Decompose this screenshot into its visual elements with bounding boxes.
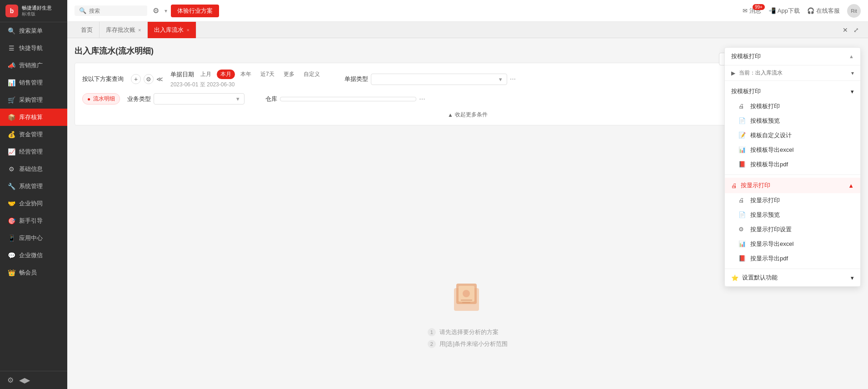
sidebar-item-purchase[interactable]: 🛒 采购管理 [0, 91, 67, 109]
display-preview-icon: 📄 [738, 211, 746, 219]
dropdown-item-template-excel[interactable]: 📊 按模板导出excel [725, 143, 860, 157]
sidebar-item-member[interactable]: 👑 畅会员 [0, 264, 67, 281]
dropdown-item-template-print[interactable]: 🖨 按模板打印 [725, 99, 860, 114]
dropdown-item-template-preview[interactable]: 📄 按模板预览 [725, 114, 860, 128]
warehouse-label: 仓库 [265, 95, 277, 103]
search-box[interactable]: 🔍 [75, 5, 147, 16]
page-content: 出入库流水(流水明细) 🖨 按模板打印 ▲ ··· ↗ 导出 ↻ 刷新 [67, 38, 868, 389]
warehouse-select[interactable] [280, 97, 416, 101]
sidebar-item-collab[interactable]: 🤝 企业协同 [0, 195, 67, 212]
app-download-area[interactable]: 📲 App下载 [768, 7, 800, 15]
date-btn-last-month[interactable]: 上月 [197, 70, 215, 79]
dropdown-up-arrow-icon[interactable]: ▲ [849, 54, 854, 59]
filter-tag-label: 流水明细 [93, 95, 115, 103]
sidebar-item-basic[interactable]: ⚙ 基础信息 [0, 160, 67, 178]
template-preview-label: 按模板预览 [750, 117, 780, 125]
sidebar-item-wechat[interactable]: 💬 企业微信 [0, 247, 67, 264]
user-avatar[interactable]: Rit [847, 4, 861, 18]
basic-icon: ⚙ [7, 165, 15, 173]
date-btn-this-month[interactable]: 本月 [217, 70, 235, 79]
online-service-area[interactable]: 🎧 在线客服 [807, 7, 840, 15]
collab-icon: 🤝 [7, 200, 15, 207]
dropdown-item-display-pdf[interactable]: 📕 按显示导出pdf [725, 251, 860, 266]
search-icon: 🔍 [79, 7, 86, 14]
date-range-display: 2023-06-01 至 2023-06-30 [170, 81, 324, 89]
industry-solution-button[interactable]: 体验行业方案 [171, 5, 219, 17]
dropdown-item-display-print[interactable]: 🖨 按显示打印 [725, 193, 860, 208]
tab-inout-flow-close-icon[interactable]: × [186, 27, 189, 33]
step-1-num: 1 [428, 328, 436, 336]
collapse-more-label: 收起更多条件 [455, 111, 488, 119]
filter-add-button[interactable]: + [131, 74, 141, 84]
message-badge-area[interactable]: ✉ 消息 99+ [743, 7, 761, 15]
sidebar-item-appstore[interactable]: 📱 应用中心 [0, 229, 67, 247]
dropdown-section-display: 🖨 按显示打印 ▲ 🖨 按显示打印 📄 按显示预览 ⚙ 按显示打印设置 [725, 175, 860, 269]
tabs-bar: 首页 库存批次账 × 出入库流水 × ✕ ⤢ [67, 22, 868, 38]
app-download-label: App下载 [778, 7, 800, 15]
filter-gear-button[interactable]: ⚙ [144, 74, 154, 84]
date-btn-this-year[interactable]: 本年 [237, 70, 255, 79]
tab-close-all-icon[interactable]: ✕ [841, 25, 850, 35]
collapse-sidebar-icon[interactable]: ◀▶ [19, 376, 30, 384]
sidebar-item-guide[interactable]: 🎯 新手引导 [0, 212, 67, 229]
tab-inventory-batch-close-icon[interactable]: × [138, 27, 141, 33]
display-print-icon: 🖨 [738, 197, 746, 204]
tab-home-label: 首页 [81, 26, 93, 34]
date-btn-custom[interactable]: 自定义 [300, 70, 324, 79]
sidebar-item-business[interactable]: 📈 经营管理 [0, 143, 67, 160]
empty-steps: 1 请先选择要分析的方案 2 用[选]条件来缩小分析范围 [428, 326, 508, 350]
date-filter: 单据日期 上月 本月 本年 近7天 更多 自定义 2023-06-01 至 20… [170, 70, 324, 89]
sidebar-label-wechat: 企业微信 [19, 251, 43, 259]
sidebar-item-sales[interactable]: 📊 销售管理 [0, 74, 67, 91]
topbar-settings-icon[interactable]: ⚙ [151, 5, 161, 17]
sidebar-label-finance: 资金管理 [19, 130, 43, 139]
tab-home[interactable]: 首页 [75, 22, 100, 38]
sidebar-item-search-menu[interactable]: 🔍 搜索菜单 [0, 22, 67, 40]
dropdown-footer-label: 设置默认功能 [742, 274, 851, 282]
date-btn-more[interactable]: 更多 [280, 70, 298, 79]
date-btn-last-7-days[interactable]: 近7天 [257, 70, 278, 79]
doc-type-select[interactable]: ▾ [371, 74, 507, 85]
tab-inventory-batch[interactable]: 库存批次账 × [100, 22, 148, 38]
tab-inout-flow[interactable]: 出入库流水 × [148, 22, 196, 38]
filter-tag-dot-icon: ● [87, 96, 90, 102]
dropdown-display-section-title[interactable]: 🖨 按显示打印 ▲ [725, 178, 860, 193]
display-pdf-icon: 📕 [738, 255, 746, 262]
sidebar-label-quick-nav: 快捷导航 [19, 44, 43, 52]
settings-icon[interactable]: ⚙ [7, 376, 14, 384]
sidebar-item-inventory[interactable]: 📦 库存核算 [0, 109, 67, 126]
dropdown-item-template-design[interactable]: 📝 模板自定义设计 [725, 128, 860, 143]
svg-rect-5 [462, 302, 470, 303]
sidebar-label-business: 经营管理 [19, 148, 43, 156]
sidebar-item-marketing[interactable]: 📣 营销推广 [0, 57, 67, 74]
sidebar-label-member: 畅会员 [19, 269, 37, 277]
dropdown-item-template-pdf[interactable]: 📕 按模板导出pdf [725, 157, 860, 172]
dropdown-footer[interactable]: ⭐ 设置默认功能 ▾ [725, 269, 860, 286]
template-pdf-label: 按模板导出pdf [750, 160, 788, 169]
dropdown-item-display-preview[interactable]: 📄 按显示预览 [725, 208, 860, 222]
dropdown-template-section-title[interactable]: 按模板打印 ▾ [725, 84, 860, 99]
display-settings-icon: ⚙ [738, 226, 746, 233]
topbar-expand-icon[interactable]: ▾ [165, 8, 167, 14]
sidebar-item-system[interactable]: 🔧 系统管理 [0, 178, 67, 195]
dropdown-current-label: 当前：出入库流水 [739, 69, 851, 77]
filter-collapse-icon[interactable]: ≪ [156, 75, 163, 83]
business-type-select[interactable]: ▾ [154, 93, 244, 105]
app-logo-icon: b [5, 5, 18, 17]
sidebar-item-finance[interactable]: 💰 资金管理 [0, 126, 67, 143]
online-service-icon: 🎧 [807, 7, 814, 14]
search-input[interactable] [89, 8, 139, 14]
filter-tag: ● 流水明细 [82, 93, 120, 105]
topbar: 🔍 ⚙ ▾ 体验行业方案 ✉ 消息 99+ 📲 App下载 🎧 在线客服 Rit [67, 0, 868, 22]
app-name: 畅捷通好生意 [22, 5, 52, 11]
sidebar-item-quick-nav[interactable]: ☰ 快捷导航 [0, 40, 67, 57]
sidebar-nav: 🔍 搜索菜单 ☰ 快捷导航 📣 营销推广 📊 销售管理 🛒 采购管理 📦 库存核… [0, 22, 67, 371]
message-count-badge: 99+ [753, 4, 765, 10]
template-preview-icon: 📄 [738, 117, 746, 125]
dropdown-item-display-settings[interactable]: ⚙ 按显示打印设置 [725, 222, 860, 237]
tab-maximize-icon[interactable]: ⤢ [852, 25, 861, 35]
doc-type-chevron-icon: ▾ [499, 76, 502, 83]
step-2-num: 2 [428, 340, 436, 348]
dropdown-item-display-excel[interactable]: 📊 按显示导出excel [725, 237, 860, 251]
sidebar-label-collab: 企业协同 [19, 199, 43, 208]
